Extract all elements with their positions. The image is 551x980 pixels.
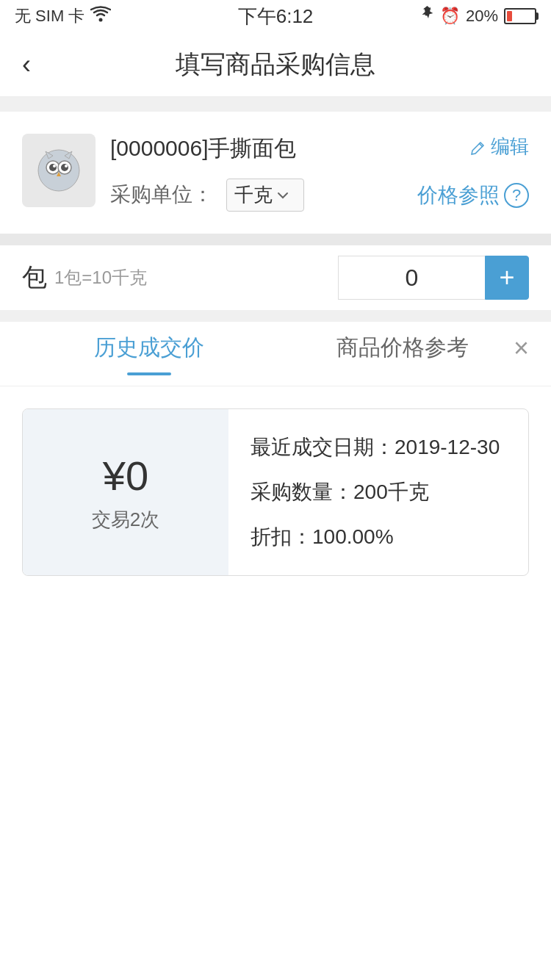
status-bar: 无 SIM 卡 下午6:12 ⏰ 20% — [0, 0, 551, 32]
svg-point-6 — [61, 164, 68, 171]
bao-conversion-label: 1包=10千克 — [54, 266, 147, 289]
unit-select[interactable]: 千克 — [226, 179, 304, 212]
quantity-plus-button[interactable]: + — [485, 256, 529, 300]
back-button[interactable]: ‹ — [22, 49, 31, 80]
price-detail-date: 最近成交日期：2019-12-30 — [251, 431, 506, 464]
price-ref-help-icon: ? — [504, 183, 529, 208]
svg-point-5 — [49, 164, 57, 171]
wifi-icon — [90, 6, 111, 26]
history-content: ¥0 交易2次 最近成交日期：2019-12-30 采购数量：200千克 折扣：… — [0, 386, 551, 598]
location-icon — [419, 5, 434, 27]
divider — [0, 234, 551, 245]
nav-title: 填写商品采购信息 — [176, 48, 375, 82]
price-amount: ¥0 — [103, 452, 148, 500]
nav-bar: ‹ 填写商品采购信息 — [0, 32, 551, 97]
quantity-row: 包 1包=10千克 0 + — [0, 245, 551, 310]
product-info: [0000006]手撕面包 编辑 采购单位： 千克 价格 — [110, 134, 529, 212]
quantity-input[interactable]: 0 — [338, 256, 485, 300]
quantity-input-group: 0 + — [338, 256, 529, 300]
price-detail-discount: 折扣：100.00% — [251, 521, 506, 554]
battery-icon — [504, 8, 536, 24]
product-name: [0000006]手撕面包 — [110, 134, 296, 164]
product-header: [0000006]手撕面包 编辑 — [110, 134, 529, 164]
price-left: ¥0 交易2次 — [23, 409, 228, 575]
price-transactions: 交易2次 — [92, 507, 159, 533]
price-detail-quantity: 采购数量：200千克 — [251, 476, 506, 509]
tab-close-button[interactable]: × — [514, 333, 529, 375]
unit-label: 采购单位： — [110, 183, 213, 206]
battery-percent: 20% — [466, 7, 498, 26]
status-left: 无 SIM 卡 — [15, 5, 111, 27]
alarm-icon: ⏰ — [440, 7, 460, 26]
bottom-panel: 历史成交价 商品价格参考 × ¥0 交易2次 最近成交日期：2019-12-30… — [0, 322, 551, 980]
price-card: ¥0 交易2次 最近成交日期：2019-12-30 采购数量：200千克 折扣：… — [22, 408, 529, 576]
status-time: 下午6:12 — [238, 4, 314, 29]
quantity-label: 包 1包=10千克 — [22, 261, 147, 295]
product-unit-row: 采购单位： 千克 价格参照 ? — [110, 179, 529, 212]
bao-unit-label: 包 — [22, 261, 47, 295]
price-right: 最近成交日期：2019-12-30 采购数量：200千克 折扣：100.00% — [228, 409, 528, 575]
svg-point-0 — [99, 18, 103, 22]
product-card: [0000006]手撕面包 编辑 采购单位： 千克 价格 — [0, 112, 551, 234]
price-ref-button[interactable]: 价格参照 ? — [417, 181, 529, 209]
svg-point-7 — [53, 165, 56, 167]
carrier-text: 无 SIM 卡 — [15, 5, 84, 27]
tab-history-price[interactable]: 历史成交价 — [22, 333, 276, 375]
unit-section: 采购单位： 千克 — [110, 179, 304, 212]
edit-button[interactable]: 编辑 — [470, 134, 529, 159]
empty-area — [0, 598, 551, 980]
svg-point-8 — [65, 165, 68, 167]
tab-row: 历史成交价 商品价格参考 × — [0, 322, 551, 386]
status-right: ⏰ 20% — [419, 5, 536, 27]
product-image — [22, 134, 96, 207]
tab-product-price[interactable]: 商品价格参考 — [276, 333, 529, 375]
